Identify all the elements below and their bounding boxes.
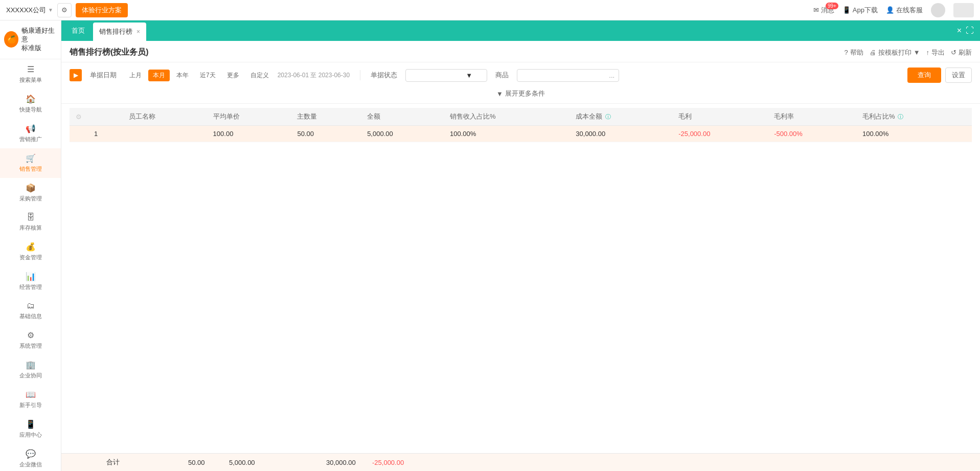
table-footer: 合计 50.00 5,000.00 30,000.00 -25,000.00 xyxy=(61,453,980,471)
sidebar-item-wechat[interactable]: 💬 企业微信 xyxy=(0,444,61,471)
refresh-button[interactable]: ↺ 刷新 xyxy=(951,48,972,57)
status-select[interactable]: ▼ xyxy=(405,69,487,82)
td-gross-pct: 100.00% xyxy=(856,126,972,142)
query-button[interactable]: 查询 xyxy=(907,68,941,83)
expand-chevron-icon: ▼ xyxy=(496,90,503,98)
table-body: 1 100.00 50.00 5,000.00 100.00% 30,000.0… xyxy=(70,126,972,142)
sidebar-item-finance[interactable]: 💰 资金管理 xyxy=(0,237,61,266)
app-download-label: App下载 xyxy=(853,6,878,15)
tab-minimize-icon[interactable]: × xyxy=(957,26,962,35)
user-name-placeholder[interactable] xyxy=(953,3,974,17)
sidebar-item-inventory[interactable]: 🗄 库存核算 xyxy=(0,208,61,237)
date-range: 2023-06-01 至 2023-06-30 xyxy=(278,71,350,80)
print-template-button[interactable]: 🖨 按模板打印 ▼ xyxy=(870,48,920,57)
date-btn-this-year[interactable]: 本年 xyxy=(172,70,193,81)
th-gross-pct: 毛利占比% ⓘ xyxy=(856,108,972,126)
date-btn-last-7[interactable]: 近7天 xyxy=(195,70,220,81)
th-main-qty: 主数量 xyxy=(291,108,361,126)
content-area: 首页 销售排行榜 × × ⛶ 销售排行榜(按业务员) ? 帮助 xyxy=(61,20,980,471)
setting-button[interactable]: 设置 xyxy=(945,68,972,83)
guide-icon: 📖 xyxy=(26,390,36,399)
td-gross-rate: -500.00% xyxy=(768,126,856,142)
sidebar-label-app-center: 应用中心 xyxy=(19,431,42,439)
td-amount: 5,000.00 xyxy=(361,126,444,142)
tab-sales-ranking[interactable]: 销售排行榜 × xyxy=(93,23,146,41)
print-icon: 🖨 xyxy=(870,49,876,56)
search-order-icon: ☰ xyxy=(27,64,34,74)
app-center-icon: 📱 xyxy=(26,419,36,429)
sidebar-item-guide[interactable]: 📖 新手引导 xyxy=(0,385,61,414)
date-btn-this-month[interactable]: 本月 xyxy=(148,70,170,81)
th-settings[interactable]: ⚙ xyxy=(70,108,88,126)
sales-ranking-table: ⚙ 员工名称 平均单价 主数量 全额 销售收入占比% 成本全额 ⓘ 毛利 xyxy=(70,108,972,142)
sidebar-label-purchase: 采购管理 xyxy=(19,195,42,203)
sidebar-item-marketing[interactable]: 📢 营销推广 xyxy=(0,119,61,148)
page-header: 销售排行榜(按业务员) ? 帮助 🖨 按模板打印 ▼ ↑ 导出 xyxy=(61,41,980,62)
sidebar-label-sales: 销售管理 xyxy=(19,165,42,173)
th-name: 员工名称 xyxy=(123,108,207,126)
expand-button[interactable]: ▼ 展开更多条件 xyxy=(496,89,545,98)
sidebar-item-quick-nav[interactable]: 🏠 快捷导航 xyxy=(0,89,61,119)
filter-toggle-icon[interactable]: ▶ xyxy=(70,69,82,81)
table-header: ⚙ 员工名称 平均单价 主数量 全额 销售收入占比% 成本全额 ⓘ 毛利 xyxy=(70,108,972,126)
trial-button[interactable]: 体验行业方案 xyxy=(76,3,128,17)
sidebar-item-enterprise[interactable]: 🏢 企业协同 xyxy=(0,355,61,385)
operation-icon: 📊 xyxy=(26,272,36,281)
system-icon: ⚙ xyxy=(27,330,34,340)
gross-pct-info-icon[interactable]: ⓘ xyxy=(898,114,903,120)
service-icon: 👤 xyxy=(886,6,894,14)
th-cost: 成本全额 ⓘ xyxy=(569,108,672,126)
footer-label: 合计 xyxy=(100,458,141,467)
date-label: 单据日期 xyxy=(90,71,117,80)
sidebar-logo: 🍊 畅康通好生意 标准版 xyxy=(0,20,61,59)
sidebar-label-quick-nav: 快捷导航 xyxy=(19,106,42,114)
sidebar-item-operation[interactable]: 📊 经营管理 xyxy=(0,266,61,296)
td-cost: 30,000.00 xyxy=(569,126,672,142)
quick-nav-icon: 🏠 xyxy=(26,94,36,104)
date-btn-custom[interactable]: 自定义 xyxy=(246,70,274,81)
enterprise-icon: 🏢 xyxy=(26,360,36,370)
logo-text: 畅康通好生意 标准版 xyxy=(21,27,57,53)
sidebar-label-operation: 经营管理 xyxy=(19,283,42,291)
date-btn-more[interactable]: 更多 xyxy=(222,70,244,81)
export-icon: ↑ xyxy=(926,49,930,56)
sidebar-item-sales[interactable]: 🛒 销售管理 xyxy=(0,148,61,178)
tab-close-icon[interactable]: × xyxy=(136,28,140,35)
cost-info-icon[interactable]: ⓘ xyxy=(605,114,611,120)
help-icon: ? xyxy=(844,49,848,56)
th-gross-rate: 毛利率 xyxy=(768,108,856,126)
td-avg-price: 100.00 xyxy=(207,126,291,142)
td-main-qty: 50.00 xyxy=(291,126,361,142)
avatar[interactable] xyxy=(931,3,945,17)
td-icon xyxy=(70,126,88,142)
sidebar-label-wechat: 企业微信 xyxy=(19,461,42,468)
td-rank: 1 xyxy=(88,126,123,142)
page-title: 销售排行榜(按业务员) xyxy=(70,47,149,58)
tab-active-label: 销售排行榜 xyxy=(99,27,132,36)
tab-bar: 首页 销售排行榜 × × ⛶ xyxy=(61,20,980,41)
online-service-button[interactable]: 👤 在线客服 xyxy=(886,6,923,15)
message-button[interactable]: ✉ 消息 99+ xyxy=(813,6,834,15)
sidebar-item-system[interactable]: ⚙ 系统管理 xyxy=(0,325,61,355)
th-gross: 毛利 xyxy=(672,108,768,126)
tab-maximize-icon[interactable]: ⛶ xyxy=(966,26,974,35)
page-content: 销售排行榜(按业务员) ? 帮助 🖨 按模板打印 ▼ ↑ 导出 xyxy=(61,41,980,471)
sidebar-item-app-center[interactable]: 📱 应用中心 xyxy=(0,414,61,444)
main-layout: 🍊 畅康通好生意 标准版 ☰ 搜索菜单 🏠 快捷导航 📢 营销推广 🛒 销售管理… xyxy=(0,20,980,471)
company-selector[interactable]: XXXXXX公司 ▼ xyxy=(6,6,53,15)
sidebar-item-basic[interactable]: 🗂 基础信息 xyxy=(0,296,61,325)
sidebar-item-search-order[interactable]: ☰ 搜索菜单 xyxy=(0,59,61,89)
export-button[interactable]: ↑ 导出 xyxy=(926,48,945,57)
sales-icon: 🛒 xyxy=(26,153,36,163)
chevron-down-icon: ▼ xyxy=(48,7,53,13)
goods-more-icon[interactable]: ... xyxy=(609,72,614,79)
tab-home[interactable]: 首页 xyxy=(63,20,93,41)
settings-icon[interactable]: ⚙ xyxy=(57,3,72,17)
table-area: ⚙ 员工名称 平均单价 主数量 全额 销售收入占比% 成本全额 ⓘ 毛利 xyxy=(61,104,980,453)
date-btn-last-month[interactable]: 上月 xyxy=(125,70,146,81)
goods-input[interactable]: ... xyxy=(517,69,619,82)
footer-gross: -25,000.00 xyxy=(366,459,412,466)
help-button[interactable]: ? 帮助 xyxy=(844,48,863,57)
sidebar-item-purchase[interactable]: 📦 采购管理 xyxy=(0,178,61,208)
app-download-button[interactable]: 📱 App下载 xyxy=(842,6,878,15)
